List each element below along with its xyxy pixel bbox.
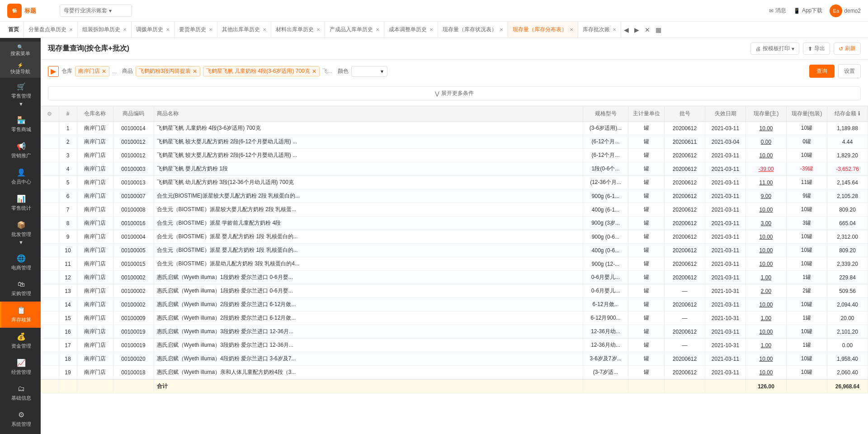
close-icon[interactable]: ✕	[209, 27, 212, 32]
tab-disassemble-history[interactable]: 组装拆卸单历史 ✕	[78, 22, 132, 38]
cell-qty-main[interactable]: 10.00	[746, 149, 787, 162]
sidebar-item-marketing[interactable]: 📢 营销推广	[0, 137, 41, 164]
search-button[interactable]: 查询	[809, 65, 835, 78]
tab-inventory-status[interactable]: 现存量（库存状况表） ✕	[438, 22, 508, 38]
warehouse-tag[interactable]: 南岸门店 ✕	[75, 66, 109, 76]
cell-qty-main[interactable]: 1.00	[746, 339, 787, 352]
close-icon[interactable]: ✕	[69, 27, 73, 32]
close-icon[interactable]: ✕	[123, 27, 127, 32]
cell-qty-main[interactable]: 10.00	[746, 244, 787, 257]
cell-qty-main[interactable]: 10.00	[746, 122, 787, 135]
tab-product-in-history[interactable]: 产成品入库单历史 ✕	[325, 22, 384, 38]
tab-inventory-dist[interactable]: 现存量（库存分布表） ✕	[508, 22, 578, 38]
sidebar-item-purchase[interactable]: 🛍 采购管理	[0, 276, 41, 302]
cell-qty-main[interactable]: 10.00	[746, 325, 787, 339]
template-print-button[interactable]: 🖨 按模板打印 ▾	[750, 42, 799, 55]
tab-require-history[interactable]: 要货单历史 ✕	[175, 22, 217, 38]
product-tag-0[interactable]: 飞鹤奶粉3段丙筒提装 ✕	[136, 66, 200, 76]
sidebar-item-inventory[interactable]: 📋 库存核算	[0, 302, 41, 328]
sidebar-item-ecommerce[interactable]: 🌐 电商管理	[0, 250, 41, 276]
remove-product-1-icon[interactable]: ✕	[312, 68, 316, 75]
tab-prev-btn[interactable]: ◀	[621, 26, 632, 33]
sidebar-search[interactable]: 🔍 搜索菜单	[0, 42, 41, 60]
tab-other-out-history[interactable]: 其他出库单历史 ✕	[217, 22, 271, 38]
sidebar-item-finance[interactable]: 💰 资金管理	[0, 328, 41, 354]
product-more[interactable]: 飞...	[322, 67, 332, 75]
close-icon[interactable]: ✕	[316, 27, 320, 32]
close-icon[interactable]: ✕	[166, 27, 170, 32]
tab-close-all-btn[interactable]: ✕	[642, 26, 653, 33]
filter-product-section: 商品 飞鹤奶粉3段丙筒提装 ✕ 飞鹤星飞帆 儿童奶粉 4段(3-6岁适用) 70…	[122, 66, 332, 76]
cell-qty-main[interactable]: 10.00	[746, 298, 787, 311]
remove-product-0-icon[interactable]: ✕	[193, 68, 197, 75]
sidebar-nav[interactable]: ⚡ 快捷导航	[0, 60, 41, 78]
close-icon[interactable]: ✕	[429, 27, 433, 32]
tab-home[interactable]: 首页	[4, 22, 24, 38]
tab-next-btn[interactable]: ▶	[632, 26, 642, 33]
filter-expand-arrow[interactable]: ▶	[48, 66, 59, 77]
color-filter-input[interactable]: ▾	[351, 66, 387, 77]
close-icon[interactable]: ✕	[500, 27, 503, 32]
tab-cost-adjust-history[interactable]: 成本调整单历史 ✕	[384, 22, 438, 38]
cell-balance: 809.20	[827, 203, 868, 217]
cell-qty-main[interactable]: 10.00	[746, 203, 787, 217]
cell-unit: 罐	[628, 339, 665, 352]
cell-qty-main[interactable]: 3.00	[746, 217, 787, 230]
sidebar-marketing-label: 营销推广	[11, 152, 31, 159]
sidebar-item-basic[interactable]: 🗂 基础信息	[0, 380, 41, 406]
refresh-button[interactable]: ↺ 刷新	[834, 42, 861, 55]
sidebar-item-retail[interactable]: 🛒 零售管理 ▼	[0, 78, 41, 111]
warehouse-more[interactable]: ...	[112, 68, 117, 75]
sidebar-item-corp[interactable]: 🤝 企业协同	[0, 432, 41, 434]
message-label: 消息	[775, 7, 786, 14]
cell-qty-main[interactable]: 0.00	[746, 135, 787, 149]
sidebar-item-wholesale[interactable]: 📦 批发管理 ▼	[0, 216, 41, 250]
sidebar-item-members[interactable]: 👤 会员中心	[0, 164, 41, 190]
sidebar-item-operations[interactable]: 📈 经营管理	[0, 354, 41, 380]
cell-qty-main[interactable]: -39.00	[746, 162, 787, 176]
cell-warehouse: 南岸门店	[77, 135, 113, 149]
cell-qty-main[interactable]: 1.00	[746, 271, 787, 284]
cell-qty-main[interactable]: 9.00	[746, 189, 787, 203]
tab-material-out-history[interactable]: 材料出库单历史 ✕	[271, 22, 325, 38]
tab-batch-account[interactable]: 库存批次账 ✕	[578, 22, 621, 38]
setting-button[interactable]: 设置	[838, 64, 861, 78]
close-icon[interactable]: ✕	[263, 27, 266, 32]
message-btn[interactable]: ✉ 消息	[769, 7, 786, 14]
stats-icon: 📊	[17, 194, 26, 203]
footer-empty-1	[59, 379, 77, 393]
tab-mix-history[interactable]: 调拨单历史 ✕	[132, 22, 175, 38]
th-settings[interactable]: ⚙	[41, 106, 59, 122]
remove-warehouse-icon[interactable]: ✕	[102, 68, 106, 75]
product-tag-1[interactable]: 飞鹤星飞帆 儿童奶粉 4段(3-6岁适用) 700克 ✕	[203, 66, 320, 76]
cell-qty-main[interactable]: 10.00	[746, 257, 787, 271]
sidebar-item-retail-store[interactable]: 🏪 零售商城	[0, 111, 41, 137]
sidebar-stats-label: 零售统计	[11, 205, 31, 212]
user-area[interactable]: Ea demo2	[830, 5, 861, 17]
close-icon[interactable]: ✕	[613, 27, 616, 32]
cell-name: 惠氏启赋（Wyeth illuma）3段奶粉 爱尔兰进口 12-36月...	[154, 325, 583, 339]
cell-qty-main[interactable]: 1.00	[746, 311, 787, 325]
warehouse-filter-label: 仓库	[61, 67, 72, 75]
cell-warehouse: 南岸门店	[77, 352, 113, 366]
cell-qty-pkg: 10罐	[787, 298, 827, 311]
settings-icon[interactable]: ⚙	[47, 111, 52, 117]
cell-expire: 2021-03-11	[705, 298, 746, 311]
sidebar-item-system[interactable]: ⚙ 系统管理	[0, 406, 41, 432]
cell-qty-main[interactable]: 10.00	[746, 352, 787, 366]
workspace-selector[interactable]: 母婴行业演示账套 ▾	[60, 5, 132, 17]
cell-qty-main[interactable]: 10.00	[746, 366, 787, 380]
cell-warehouse: 南岸门店	[77, 298, 113, 311]
tab-split-history[interactable]: 分量盘点单历史 ✕	[24, 22, 78, 38]
close-icon[interactable]: ✕	[376, 27, 379, 32]
tab-menu-btn[interactable]: ▦	[653, 26, 664, 33]
app-download-btn[interactable]: 📱 App下载	[793, 7, 822, 14]
cell-qty-main[interactable]: 10.00	[746, 230, 787, 244]
export-button[interactable]: ⬆ 导出	[803, 42, 830, 55]
close-icon[interactable]: ✕	[570, 27, 573, 32]
cell-qty-main[interactable]: 2.00	[746, 284, 787, 298]
expand-more-conditions-button[interactable]: ⋁ 展开更多条件	[48, 86, 861, 100]
sidebar-item-retail-stats[interactable]: 📊 零售统计	[0, 190, 41, 216]
cell-expire: 2021-10-31	[705, 339, 746, 352]
cell-qty-main[interactable]: 11.00	[746, 176, 787, 189]
